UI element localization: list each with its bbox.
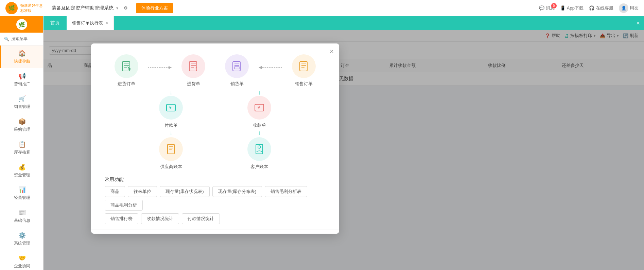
purchase-bill-circle: ✓ <box>181 54 205 78</box>
user-action[interactable]: 👤 用友 <box>619 3 639 13</box>
system-name: 装备及固定资产辅助管理系统 <box>52 5 114 11</box>
flow-node-purchase-bill[interactable]: ✓ 进货单 <box>172 54 215 87</box>
search-icon: 🔍 <box>4 37 9 41</box>
download-icon: 📱 <box>560 5 565 11</box>
svg-point-4 <box>128 68 130 70</box>
tab-bar: 首页 销售订单执行表 × × <box>43 16 644 30</box>
btn-partner[interactable]: 往来单位 <box>128 186 157 197</box>
sales-order-label: 销售订单 <box>295 81 313 87</box>
customer-ledger-label: 客户账本 <box>250 164 268 170</box>
collab-icon: 🤝 <box>18 254 26 262</box>
app-logo-icon: 🌿 <box>5 2 18 14</box>
sales-bill-circle <box>225 54 249 78</box>
sidebar-item-quick-nav[interactable]: 🏠 快捷导航 <box>0 46 43 68</box>
scroll-right-icon[interactable]: ▶ <box>322 233 326 234</box>
purchase-icon: 📦 <box>18 118 26 125</box>
sidebar-logo-icon: 🌿 <box>16 19 27 30</box>
btn-sales-profit-analysis[interactable]: 销售毛利分析表 <box>265 186 307 197</box>
flow-node-purchase-order[interactable]: 进货订单 <box>105 54 148 87</box>
marketing-icon: 📢 <box>18 72 26 80</box>
finance-icon: 💰 <box>18 163 26 171</box>
sidebar-item-marketing[interactable]: 📢 营销推广 <box>0 68 43 91</box>
svg-rect-10 <box>233 61 240 71</box>
sidebar-item-operations[interactable]: 📊 经营管理 <box>0 182 43 205</box>
btn-product[interactable]: 商品 <box>105 186 125 197</box>
search-menu-item[interactable]: 🔍 搜索菜单 <box>0 33 43 46</box>
sidebar-item-inventory[interactable]: 📋 库存核算 <box>0 137 43 159</box>
user-avatar: 👤 <box>619 3 628 13</box>
experience-button[interactable]: 体验行业方案 <box>136 3 173 13</box>
sidebar-item-sales[interactable]: 🛒 销售管理 <box>0 91 43 114</box>
common-functions-title: 常用功能 <box>105 177 326 183</box>
message-action[interactable]: 💬 消息 5 <box>539 5 555 11</box>
settings-icon[interactable]: ⚙ <box>121 3 130 13</box>
sales-order-circle <box>292 54 316 78</box>
svg-point-27 <box>258 146 261 148</box>
btn-receipt-stats[interactable]: 收款情况统计 <box>141 213 179 224</box>
app-logo-text: 畅康通好生意 标准版 <box>20 3 43 13</box>
system-dropdown-icon[interactable]: ▾ <box>116 6 118 11</box>
operations-icon: 📊 <box>18 186 26 194</box>
tab-home[interactable]: 首页 <box>43 16 67 30</box>
flow-node-sales-bill[interactable]: 销货单 <box>215 54 259 87</box>
flow-node-sales-order[interactable]: 销售订单 <box>282 54 326 87</box>
payment-bill-label: 付款单 <box>164 122 178 128</box>
sales-bill-label: 销货单 <box>230 81 244 87</box>
svg-text:¥: ¥ <box>257 105 260 110</box>
window-close-button[interactable]: × <box>636 20 640 27</box>
common-buttons-row1: 商品 往来单位 现存量(库存状况表) 现存量(库存分布表) 销售毛利分析表 商品… <box>105 186 326 211</box>
home-icon: 🏠 <box>18 50 26 57</box>
btn-payment-stats[interactable]: 付款情况统计 <box>182 213 220 224</box>
sidebar-header: 🌿 <box>0 16 43 33</box>
btn-inventory-dist[interactable]: 现存量(库存分布表) <box>212 186 262 197</box>
sidebar-item-purchase[interactable]: 📦 采购管理 <box>0 114 43 137</box>
modal-box: × 进货订单 <box>91 43 339 234</box>
sales-icon: 🛒 <box>18 95 26 103</box>
inventory-icon: 📋 <box>18 141 26 148</box>
purchase-order-circle <box>115 54 138 78</box>
tab-close-icon[interactable]: × <box>106 21 108 25</box>
online-service-action[interactable]: 🎧 在线客服 <box>589 5 613 11</box>
sidebar-item-collab[interactable]: 🤝 企业协同 <box>0 250 43 270</box>
message-badge: 5 <box>551 3 557 8</box>
svg-rect-20 <box>168 144 174 154</box>
system-icon: ⚙️ <box>18 232 26 239</box>
common-buttons-row2: 销售排行榜 收款情况统计 付款情况统计 <box>105 213 326 224</box>
btn-sales-ranking[interactable]: 销售排行榜 <box>105 213 138 224</box>
flow-section: 进货订单 ▶ ✓ <box>91 43 339 177</box>
sidebar-nav: 🏠 快捷导航 📢 营销推广 🛒 销售管理 📦 采购管理 📋 库存核 <box>0 46 43 270</box>
service-icon: 🎧 <box>589 5 594 11</box>
common-functions-section: 常用功能 商品 往来单位 现存量(库存状况表) 现存量(库存分布表) 销售毛利分… <box>91 177 339 230</box>
app-download-action[interactable]: 📱 App下载 <box>560 5 584 11</box>
sidebar-item-finance[interactable]: 💰 资金管理 <box>0 159 43 182</box>
customer-ledger-circle <box>247 137 271 161</box>
supplier-ledger-label: 供应商账本 <box>160 164 182 170</box>
svg-text:✓: ✓ <box>195 66 197 69</box>
purchase-bill-label: 进货单 <box>187 81 200 87</box>
btn-product-profit-analysis[interactable]: 商品毛利分析 <box>105 200 143 211</box>
basic-info-icon: 📰 <box>18 209 26 216</box>
btn-inventory-status[interactable]: 现存量(库存状况表) <box>160 186 210 197</box>
flow-row-1: 进货订单 ▶ ✓ <box>105 54 326 87</box>
modal-close-button[interactable]: × <box>330 48 334 55</box>
scroll-left-icon[interactable]: ◀ <box>105 233 108 234</box>
message-icon: 💬 <box>539 5 544 11</box>
sidebar-item-system[interactable]: ⚙️ 系统管理 <box>0 228 43 250</box>
svg-rect-13 <box>234 67 239 69</box>
modal-overlay: × 进货订单 <box>43 30 644 270</box>
tab-sales-order[interactable]: 销售订单执行表 × <box>67 16 114 30</box>
payment-bill-circle: ¥ <box>159 96 183 120</box>
purchase-order-label: 进货订单 <box>118 81 135 87</box>
supplier-ledger-circle <box>159 137 183 161</box>
svg-text:¥: ¥ <box>169 105 172 110</box>
sidebar-item-basic-info[interactable]: 📰 基础信息 <box>0 205 43 228</box>
svg-rect-14 <box>300 61 307 71</box>
modal-scrollbar: ◀ ▶ <box>91 230 339 234</box>
page-content: ❓ 帮助 🖨 按模板打印 ▾ 📤 导出 ▾ 🔄 <box>43 30 644 270</box>
receipt-bill-label: 收款单 <box>253 122 266 128</box>
receipt-bill-circle: ¥ <box>247 96 271 120</box>
